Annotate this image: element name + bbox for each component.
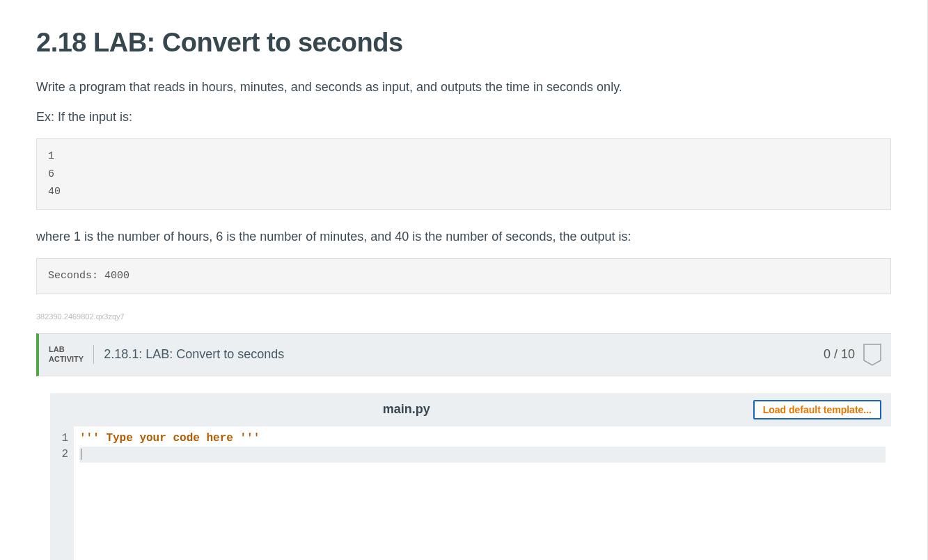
code-editor: main.py Load default template... 1 2 '''… [50, 393, 891, 560]
filename-label: main.py [60, 402, 753, 417]
editor-header: main.py Load default template... [50, 393, 891, 426]
activity-header: LAB ACTIVITY 2.18.1: LAB: Convert to sec… [36, 333, 891, 376]
activity-tag: LAB ACTIVITY [49, 345, 94, 363]
activity-tag-line1: LAB [49, 345, 84, 354]
activity-score: 0 / 10 [824, 344, 881, 366]
score-value: 0 / 10 [824, 347, 855, 362]
load-default-template-button[interactable]: Load default template... [753, 400, 881, 419]
description-1: Write a program that reads in hours, min… [36, 79, 891, 96]
gutter-line-1: 1 [56, 431, 68, 447]
description-2: Ex: If the input is: [36, 109, 891, 126]
activity-title: 2.18.1: LAB: Convert to seconds [104, 347, 284, 362]
example-output-block: Seconds: 4000 [36, 258, 891, 294]
example-input-block: 1 6 40 [36, 138, 891, 210]
page-title: 2.18 LAB: Convert to seconds [36, 28, 891, 58]
code-area[interactable]: 1 2 ''' Type your code here ''' [50, 426, 891, 560]
code-line-2 [79, 447, 886, 463]
cursor-icon [81, 449, 81, 460]
line-gutter: 1 2 [50, 426, 74, 560]
gutter-line-2: 2 [56, 447, 68, 463]
activity-tag-line2: ACTIVITY [49, 355, 84, 364]
content-hash: 382390.2469802.qx3zqy7 [36, 312, 891, 321]
code-lines[interactable]: ''' Type your code here ''' [74, 426, 891, 560]
code-line-1: ''' Type your code here ''' [79, 432, 260, 445]
description-3: where 1 is the number of hours, 6 is the… [36, 228, 891, 246]
bookmark-icon[interactable] [863, 344, 881, 366]
